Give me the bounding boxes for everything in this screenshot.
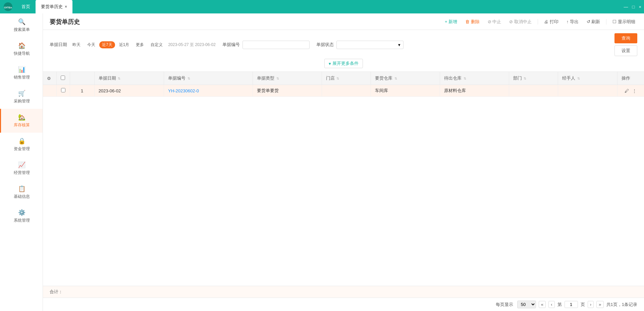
sidebar-item-finance[interactable]: 🔒 资金管理 — [0, 133, 43, 157]
row-edit-icon-0[interactable]: 🖊 — [625, 88, 629, 93]
delete-button[interactable]: 🗑 删除 — [463, 17, 482, 26]
settings-column-header[interactable]: ⚙ — [43, 72, 56, 85]
sidebar-item-inventory[interactable]: 🏡 库存核算 — [0, 109, 43, 133]
date-btn-2[interactable]: 近7天 — [99, 41, 115, 48]
actions-column-header: 操作 — [617, 72, 644, 85]
refresh-button[interactable]: ↺ 刷新 — [585, 17, 602, 26]
table-header: ⚙ 单据日期 ⇅ 单据编号 ⇅ — [43, 72, 644, 85]
first-page-button[interactable]: « — [539, 301, 546, 308]
page-title: 要货单历史 — [50, 18, 80, 26]
pending-warehouse-column-header[interactable]: 待出仓库 ⇅ — [440, 72, 509, 85]
date-btn-0[interactable]: 昨天 — [70, 41, 83, 48]
prev-page-button[interactable]: ‹ — [548, 301, 554, 308]
main-content: 要货单历史 + 新增 🗑 删除 ⊘ 中止 ⊘ 取消中止 🖨 打印 ↑ 导出 ↺ … — [43, 13, 644, 311]
stop-button[interactable]: ⊘ 中止 — [486, 17, 503, 26]
shortcut-icon: 🏠 — [18, 42, 25, 49]
expand-icon: ▾ — [329, 61, 331, 66]
active-tab[interactable]: 要货单历史 × — [36, 0, 72, 13]
last-page-button[interactable]: » — [596, 301, 603, 308]
close-tab-icon[interactable]: × — [65, 4, 67, 9]
chevron-down-icon: ▾ — [398, 42, 400, 47]
total-info: 共1页，1条记录 — [606, 302, 637, 308]
minimize-btn[interactable]: — — [624, 4, 628, 9]
close-btn[interactable]: × — [639, 4, 641, 9]
display-detail-button[interactable]: ☐ 显示明细 — [610, 17, 637, 26]
type-column-header[interactable]: 单据类型 ⇅ — [253, 72, 322, 85]
row-check-0[interactable] — [61, 88, 65, 92]
cancel-stop-button[interactable]: ⊘ 取消中止 — [507, 17, 534, 26]
store-sort-icon: ⇅ — [336, 77, 339, 80]
total-label: 合计： — [50, 289, 63, 295]
print-button[interactable]: 🖨 打印 — [542, 17, 560, 26]
page-size-label: 每页显示 — [496, 302, 513, 308]
next-page-button[interactable]: › — [588, 301, 594, 308]
select-all-checkbox[interactable] — [61, 76, 65, 80]
row-pending-wh-0: 原材料仓库 — [440, 85, 509, 97]
handler-sort-icon: ⇅ — [577, 77, 580, 80]
order-no-label: 单据编号 — [222, 42, 240, 48]
page-title-row: 要货单历史 + 新增 🗑 删除 ⊘ 中止 ⊘ 取消中止 🖨 打印 ↑ 导出 ↺ … — [50, 17, 637, 26]
date-btn-3[interactable]: 近1月 — [116, 41, 132, 48]
req-warehouse-column-header[interactable]: 要货仓库 ⇅ — [371, 72, 440, 85]
type-sort-icon: ⇅ — [276, 77, 279, 80]
sidebar-item-label-finance: 资金管理 — [14, 146, 30, 152]
date-btn-5[interactable]: 自定义 — [148, 41, 165, 48]
sidebar-item-label-system: 系统管理 — [14, 218, 30, 223]
table-footer: 合计： — [43, 286, 644, 298]
date-range: 2023-05-27 至 2023-06-02 — [168, 42, 215, 48]
row-req-wh-0: 车间库 — [371, 85, 440, 97]
date-btn-4[interactable]: 更多 — [133, 41, 147, 48]
order-no-filter-group: 单据编号 — [222, 41, 310, 49]
pending-wh-sort-icon: ⇅ — [464, 77, 466, 80]
row-checkbox-0[interactable] — [56, 85, 70, 97]
maximize-btn[interactable]: □ — [632, 4, 635, 9]
sidebar-item-label-operations: 经营管理 — [14, 170, 30, 176]
expand-label: 展开更多条件 — [332, 60, 359, 66]
window-controls: — □ × — [624, 4, 641, 9]
dept-column-header[interactable]: 部门 ⇅ — [509, 72, 558, 85]
date-btn-1[interactable]: 今天 — [85, 41, 98, 48]
date-column-header[interactable]: 单据日期 ⇅ — [94, 72, 164, 85]
row-store-0 — [322, 85, 371, 97]
order-no-column-header[interactable]: 单据编号 ⇅ — [164, 72, 253, 85]
date-filter-buttons: 昨天今天近7天近1月更多自定义 — [70, 41, 165, 48]
status-filter-group: 单据状态 ▾ — [316, 41, 404, 49]
finance-icon: 🔒 — [18, 137, 25, 145]
sidebar-item-purchase[interactable]: 🛒 采购管理 — [0, 85, 43, 109]
pagination-bar: 每页显示 50 20 100 « ‹ 第 页 › » 共1页，1条记录 — [43, 298, 644, 311]
store-column-header[interactable]: 门店 ⇅ — [322, 72, 371, 85]
order-no-input[interactable] — [243, 41, 310, 49]
page-number-input[interactable] — [565, 301, 578, 308]
data-table: ⚙ 单据日期 ⇅ 单据编号 ⇅ — [43, 72, 644, 97]
page-size-select[interactable]: 50 20 100 — [517, 301, 536, 308]
status-label: 单据状态 — [316, 42, 334, 48]
home-tab[interactable]: 首页 — [16, 0, 36, 13]
expand-conditions-button[interactable]: ▾ 展开更多条件 — [324, 59, 363, 68]
sidebar-item-operations[interactable]: 📈 经营管理 — [0, 157, 43, 180]
query-button[interactable]: 查询 — [614, 33, 637, 43]
sidebar-item-shortcut[interactable]: 🏠 快捷导航 — [0, 37, 43, 61]
sidebar-item-basic[interactable]: 📋 基础信息 — [0, 180, 43, 204]
settings-button[interactable]: 设置 — [614, 45, 637, 56]
system-icon: ⚙️ — [18, 209, 25, 216]
page-suffix: 页 — [581, 302, 585, 308]
sidebar-item-system[interactable]: ⚙️ 系统管理 — [0, 204, 43, 228]
status-select[interactable]: ▾ — [336, 41, 404, 49]
sidebar-item-sales[interactable]: 📊 销售管理 — [0, 61, 43, 85]
date-filter-label: 单据日期 — [50, 42, 67, 48]
row-order-no-0[interactable]: YH-20230602-0 — [164, 85, 253, 97]
operations-icon: 📈 — [18, 161, 25, 169]
export-button[interactable]: ↑ 导出 — [565, 17, 581, 26]
sidebar-item-label-search: 搜索菜单 — [14, 27, 30, 33]
row-more-icon-0[interactable]: ⋮ — [632, 88, 637, 93]
sidebar: 🔍 搜索菜单 🏠 快捷导航 📊 销售管理 🛒 采购管理 🏡 库存核算 🔒 资金管… — [0, 13, 43, 311]
sidebar-item-search[interactable]: 🔍 搜索菜单 — [0, 13, 43, 37]
inventory-icon: 🏡 — [18, 114, 25, 121]
new-button[interactable]: + 新增 — [443, 17, 459, 26]
filter-row: 单据日期 昨天今天近7天近1月更多自定义 2023-05-27 至 2023-0… — [50, 33, 637, 56]
req-wh-sort-icon: ⇅ — [394, 77, 397, 80]
date-filter-group: 单据日期 昨天今天近7天近1月更多自定义 2023-05-27 至 2023-0… — [50, 41, 216, 48]
handler-column-header[interactable]: 经手人 ⇅ — [558, 72, 617, 85]
dept-sort-icon: ⇅ — [524, 77, 526, 80]
action-buttons: 查询 设置 — [614, 33, 637, 56]
